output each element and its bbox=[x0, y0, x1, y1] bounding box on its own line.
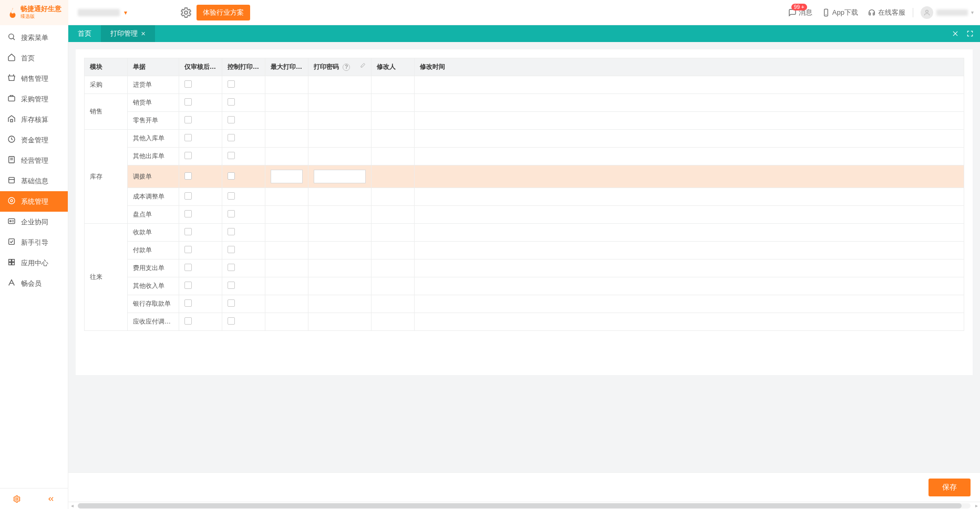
cell-modify-time bbox=[415, 148, 964, 165]
table-row[interactable]: 应收应付调整单 bbox=[85, 313, 964, 331]
tab-print-manage[interactable]: 打印管理 ✕ bbox=[101, 25, 155, 42]
table-row[interactable]: 银行存取款单 bbox=[85, 295, 964, 313]
checkbox[interactable] bbox=[228, 228, 235, 235]
tab-close-all-icon[interactable] bbox=[952, 30, 959, 37]
checkbox[interactable] bbox=[228, 210, 235, 217]
table-row[interactable]: 调拨单 bbox=[85, 165, 964, 188]
scroll-track[interactable] bbox=[78, 503, 971, 508]
th-module: 模块 bbox=[85, 58, 128, 76]
sidebar-settings-icon[interactable] bbox=[13, 495, 21, 503]
sidebar-item-label: 畅会员 bbox=[21, 279, 42, 288]
table-row[interactable]: 其他收入单 bbox=[85, 277, 964, 295]
save-button[interactable]: 保存 bbox=[929, 479, 971, 496]
cell-max bbox=[265, 277, 308, 295]
checkbox[interactable] bbox=[184, 282, 192, 289]
checkbox[interactable] bbox=[184, 246, 192, 253]
cell-limit bbox=[222, 277, 265, 295]
checkbox[interactable] bbox=[184, 192, 192, 200]
sidebar-icon bbox=[7, 135, 16, 145]
cell-limit bbox=[222, 224, 265, 242]
print-settings-table: 模块 单据 仅审核后打印 控制打印次数 最大打印次数 打印密码 ? bbox=[84, 58, 964, 331]
checkbox[interactable] bbox=[228, 246, 235, 253]
header-online-service[interactable]: 在线客服 bbox=[868, 8, 905, 17]
checkbox[interactable] bbox=[184, 116, 192, 123]
table-row[interactable]: 采购进货单 bbox=[85, 76, 964, 94]
table-row[interactable]: 成本调整单 bbox=[85, 188, 964, 206]
tab-fullscreen-icon[interactable] bbox=[966, 30, 974, 37]
tab-home[interactable]: 首页 bbox=[68, 25, 101, 42]
sidebar-icon bbox=[7, 53, 16, 63]
sidebar-item-8[interactable]: 系统管理 bbox=[0, 191, 68, 212]
sidebar-icon bbox=[7, 196, 16, 206]
scroll-thumb[interactable] bbox=[78, 503, 962, 508]
checkbox[interactable] bbox=[184, 210, 192, 217]
cell-doc: 其他收入单 bbox=[128, 277, 179, 295]
checkbox[interactable] bbox=[228, 282, 235, 289]
table-row[interactable]: 零售开单 bbox=[85, 112, 964, 130]
sidebar-item-label: 系统管理 bbox=[21, 197, 48, 206]
sidebar-collapse-icon[interactable] bbox=[47, 495, 55, 503]
industry-plan-button[interactable]: 体验行业方案 bbox=[197, 5, 250, 20]
sidebar-item-10[interactable]: 新手引导 bbox=[0, 232, 68, 253]
sidebar-item-12[interactable]: 畅会员 bbox=[0, 273, 68, 294]
sidebar-item-5[interactable]: 资金管理 bbox=[0, 130, 68, 150]
checkbox[interactable] bbox=[184, 152, 192, 159]
horizontal-scrollbar[interactable]: ◂ ▸ bbox=[68, 502, 980, 509]
table-row[interactable]: 库存其他入库单 bbox=[85, 130, 964, 148]
checkbox[interactable] bbox=[228, 152, 235, 159]
sidebar-item-11[interactable]: 应用中心 bbox=[0, 253, 68, 273]
user-menu[interactable]: ▾ bbox=[921, 6, 974, 19]
sidebar-item-1[interactable]: 首页 bbox=[0, 48, 68, 68]
cell-modify-time bbox=[415, 313, 964, 331]
checkbox[interactable] bbox=[228, 134, 235, 141]
table-row[interactable]: 往来收款单 bbox=[85, 224, 964, 242]
header-app-download[interactable]: App下载 bbox=[822, 8, 858, 17]
checkbox[interactable] bbox=[228, 116, 235, 123]
checkbox[interactable] bbox=[184, 134, 192, 141]
table-row[interactable]: 销售销货单 bbox=[85, 94, 964, 112]
org-selector[interactable]: ▾ bbox=[75, 4, 180, 21]
table-row[interactable]: 其他出库单 bbox=[85, 148, 964, 165]
sidebar-item-2[interactable]: 销售管理 bbox=[0, 68, 68, 89]
sidebar-item-6[interactable]: 经营管理 bbox=[0, 150, 68, 171]
header-service-label: 在线客服 bbox=[878, 8, 905, 17]
print-password-input[interactable] bbox=[314, 170, 366, 183]
checkbox[interactable] bbox=[228, 98, 235, 106]
sidebar-item-9[interactable]: 企业协同 bbox=[0, 212, 68, 232]
max-print-input[interactable] bbox=[271, 170, 303, 183]
th-modify-time: 修改时间 bbox=[415, 58, 964, 76]
table-row[interactable]: 费用支出单 bbox=[85, 259, 964, 277]
help-icon[interactable]: ? bbox=[343, 64, 350, 71]
checkbox[interactable] bbox=[184, 228, 192, 235]
scroll-left-icon[interactable]: ◂ bbox=[68, 503, 76, 508]
sidebar-item-3[interactable]: 采购管理 bbox=[0, 89, 68, 109]
cell-modifier bbox=[372, 242, 415, 259]
scroll-right-icon[interactable]: ▸ bbox=[973, 503, 980, 508]
sidebar-item-4[interactable]: 库存核算 bbox=[0, 109, 68, 130]
checkbox[interactable] bbox=[184, 98, 192, 106]
cell-modifier bbox=[372, 259, 415, 277]
edit-column-icon[interactable] bbox=[359, 63, 366, 70]
checkbox[interactable] bbox=[184, 264, 192, 271]
checkbox[interactable] bbox=[228, 192, 235, 200]
checkbox[interactable] bbox=[228, 172, 235, 180]
checkbox[interactable] bbox=[184, 317, 192, 325]
th-pwd-label: 打印密码 bbox=[314, 63, 339, 70]
tab-close-icon[interactable]: ✕ bbox=[141, 30, 146, 37]
sidebar-item-0[interactable]: 搜索菜单 bbox=[0, 27, 68, 48]
checkbox[interactable] bbox=[228, 264, 235, 271]
cell-module: 库存 bbox=[85, 130, 128, 224]
settings-gear-icon[interactable] bbox=[180, 6, 192, 19]
table-row[interactable]: 付款单 bbox=[85, 242, 964, 259]
checkbox[interactable] bbox=[228, 317, 235, 325]
sidebar-item-7[interactable]: 基础信息 bbox=[0, 171, 68, 191]
checkbox[interactable] bbox=[184, 299, 192, 307]
header-messages[interactable]: 99 + 消息 bbox=[788, 8, 812, 17]
checkbox[interactable] bbox=[228, 80, 235, 88]
table-row[interactable]: 盘点单 bbox=[85, 206, 964, 224]
checkbox[interactable] bbox=[184, 172, 192, 180]
brand-logo[interactable]: 畅捷通好生意 臻选版 bbox=[0, 0, 68, 25]
cell-pwd bbox=[308, 206, 372, 224]
checkbox[interactable] bbox=[184, 80, 192, 88]
checkbox[interactable] bbox=[228, 299, 235, 307]
